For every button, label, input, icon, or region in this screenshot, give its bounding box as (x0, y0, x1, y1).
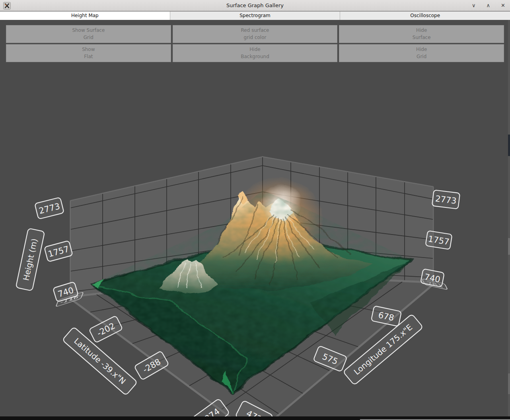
svg-text:Latitude -39.x"N: Latitude -39.x"N (72, 336, 127, 386)
window-controls: ∨ ∧ ✕ (472, 0, 505, 11)
button-row-1: Show Surface Grid Red surface grid color… (0, 25, 510, 43)
height-tick-right-1757: 1757 (425, 231, 452, 249)
minimize-button[interactable]: ∨ (472, 0, 476, 11)
height-tick-right-2773: 2773 (432, 190, 460, 209)
show-flat-button[interactable]: Show Flat (6, 44, 171, 62)
height-tick-left-1757: 1757 (44, 240, 73, 262)
tab-oscilloscope[interactable]: Oscilloscope (340, 12, 510, 20)
button-row-2: Show Flat Hide Background Hide Grid (0, 44, 510, 62)
hide-surface-button[interactable]: Hide Surface (339, 25, 504, 43)
height-tick-left-2773: 2773 (35, 197, 64, 219)
desktop-edge-strip (508, 20, 510, 416)
show-surface-grid-button[interactable]: Show Surface Grid (6, 25, 171, 43)
window-titlebar: Surface Graph Gallery ∨ ∧ ✕ (0, 0, 510, 11)
window-title: Surface Graph Gallery (0, 0, 510, 11)
maximize-button[interactable]: ∧ (487, 0, 491, 11)
height-axis-title: Height (m) (16, 228, 45, 291)
hide-background-button[interactable]: Hide Background (173, 44, 338, 62)
tab-height-map[interactable]: Height Map (0, 12, 170, 20)
surface-plot-canvas[interactable]: -116 781 (0, 62, 510, 416)
tab-spectrogram[interactable]: Spectrogram (170, 12, 340, 20)
surface-grid-color-button[interactable]: Red surface grid color (173, 25, 338, 43)
tab-bar: Height Map Spectrogram Oscilloscope (0, 11, 510, 20)
screen-bottom-bar (0, 416, 510, 420)
hide-grid-button[interactable]: Hide Grid (339, 44, 504, 62)
close-button[interactable]: ✕ (501, 0, 505, 11)
